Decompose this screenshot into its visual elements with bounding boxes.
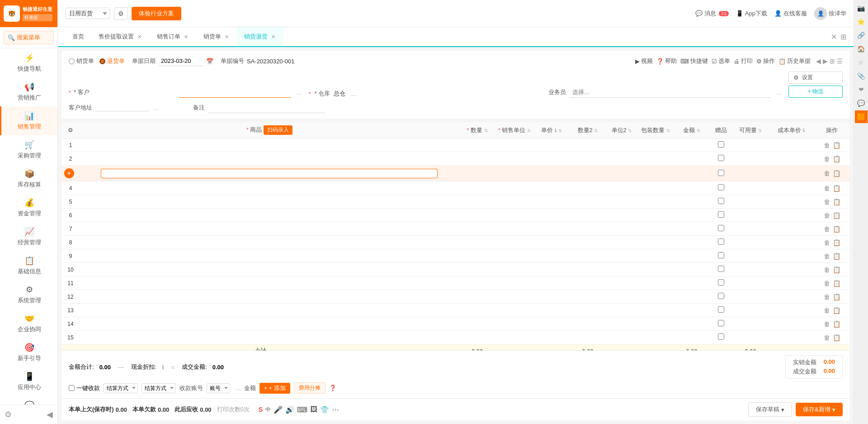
copy-icon[interactable]: 📋: [833, 198, 840, 205]
gift-checkbox[interactable]: [718, 266, 724, 272]
gift-checkbox[interactable]: [718, 225, 724, 231]
gift-checkbox[interactable]: [718, 252, 724, 258]
gift-checkbox[interactable]: [718, 293, 724, 299]
account-dots[interactable]: ...: [236, 385, 241, 391]
copy-icon[interactable]: 📋: [833, 252, 840, 260]
sidebar-item-sales[interactable]: 📊 销售管理: [0, 106, 57, 135]
save-new-button[interactable]: 保存&新增 ▾: [796, 403, 843, 416]
input-icon-key[interactable]: ⌨: [297, 405, 307, 414]
add-row-unit[interactable]: [495, 166, 533, 181]
gift-checkbox[interactable]: [718, 306, 724, 313]
copy-icon[interactable]: 📋: [833, 225, 840, 233]
row-qty2[interactable]: [570, 138, 606, 152]
right-panel-star[interactable]: ⭐: [855, 15, 868, 28]
prev-record-icon[interactable]: ◀: [816, 57, 821, 65]
copy-icon[interactable]: 📋: [833, 170, 840, 177]
tab-maximize-button[interactable]: ✕: [831, 33, 837, 41]
sidebar-item-wechat[interactable]: 💬 企业微信: [0, 396, 57, 405]
unit-sort-icon[interactable]: ⇅: [527, 128, 531, 133]
print-button[interactable]: 🖨 打印: [734, 57, 753, 65]
gift-checkbox[interactable]: [718, 211, 724, 218]
address-field[interactable]: [95, 104, 149, 111]
tab-close-sales-bill[interactable]: ✕: [224, 34, 230, 40]
sidebar-item-collab[interactable]: 🤝 企业协同: [0, 309, 57, 338]
copy-icon[interactable]: 📋: [833, 293, 840, 300]
message-button[interactable]: 💬 消息 70: [695, 10, 729, 18]
right-panel-orange[interactable]: 🟧: [855, 110, 868, 123]
delete-icon[interactable]: 🗑: [824, 266, 830, 273]
tab-sales-return[interactable]: 销货退货 ✕: [237, 27, 283, 47]
gift-checkbox[interactable]: [718, 170, 724, 176]
row-unit[interactable]: [495, 138, 533, 152]
qty2-sort-icon[interactable]: ⇅: [594, 128, 598, 133]
row-cost[interactable]: [769, 152, 814, 166]
add-row-goods[interactable]: [80, 166, 459, 181]
row-pack[interactable]: [637, 152, 674, 166]
row-avail[interactable]: [732, 152, 769, 166]
salesperson-select-dots[interactable]: ...: [776, 89, 781, 96]
category-select[interactable]: 日用百货: [65, 8, 110, 19]
right-panel-chat[interactable]: 💬: [855, 97, 868, 110]
sidebar-item-apps[interactable]: 📱 应用中心: [0, 367, 57, 396]
one-click-payment-checkbox[interactable]: 一键收款: [69, 384, 100, 392]
shortcut-button[interactable]: ⌨ 快捷键: [680, 57, 708, 65]
experience-button[interactable]: 体验行业方案: [132, 7, 181, 20]
gift-checkbox[interactable]: [718, 320, 724, 326]
add-row-pack[interactable]: [637, 166, 674, 181]
right-panel-fav[interactable]: ☆: [855, 56, 868, 69]
customer-input[interactable]: [179, 87, 291, 98]
copy-icon[interactable]: 📋: [833, 334, 840, 341]
address-dots[interactable]: ...: [154, 105, 159, 111]
gift-checkbox[interactable]: [718, 333, 724, 340]
save-draft-button[interactable]: 保存草稿 ▾: [748, 402, 792, 417]
add-row-cost[interactable]: [769, 166, 814, 181]
row-goods[interactable]: [80, 152, 459, 166]
delete-icon[interactable]: 🗑: [824, 252, 830, 260]
list-view-icon[interactable]: ☰: [837, 57, 843, 65]
sidebar-item-inventory[interactable]: 📦 库存核算: [0, 164, 57, 193]
right-panel-heart[interactable]: ❤: [855, 83, 868, 96]
tab-sales-order[interactable]: 销售订单 ✕: [150, 27, 196, 47]
copy-icon[interactable]: 📋: [833, 155, 840, 162]
row-pack[interactable]: [637, 138, 674, 152]
delete-icon[interactable]: 🗑: [824, 198, 830, 205]
add-row-amount[interactable]: [674, 166, 710, 181]
row-qty2[interactable]: [570, 152, 606, 166]
input-icon-more[interactable]: ⋯: [332, 405, 339, 414]
amount-sort-icon[interactable]: ⇅: [697, 128, 700, 133]
tab-close-price-extract[interactable]: ✕: [137, 34, 142, 40]
price-info-icon[interactable]: ℹ: [555, 128, 557, 133]
add-row-avail[interactable]: [732, 166, 769, 181]
customer-select-dots[interactable]: ...: [297, 89, 302, 96]
one-click-payment-input[interactable]: [69, 385, 75, 391]
tab-close-sales-order[interactable]: ✕: [183, 34, 189, 40]
scan-button[interactable]: 扫码录入: [264, 125, 292, 135]
sidebar-item-marketing[interactable]: 📢 营销推广: [0, 77, 57, 106]
delete-icon[interactable]: 🗑: [824, 170, 830, 177]
app-download-button[interactable]: 📱 App下载: [736, 10, 767, 18]
copy-icon[interactable]: 📋: [833, 266, 840, 273]
add-row-unit2[interactable]: [606, 166, 637, 181]
video-button[interactable]: ▶ 视频: [635, 57, 653, 65]
row-qty[interactable]: [459, 152, 495, 166]
row-cost[interactable]: [769, 138, 814, 152]
user-profile[interactable]: 👤 徐泽华: [814, 7, 846, 20]
sidebar-item-operations[interactable]: 📈 经营管理: [0, 222, 57, 251]
settings-button[interactable]: ⚙设置: [788, 71, 843, 84]
sidebar-item-purchase[interactable]: 🛒 采购管理: [0, 135, 57, 164]
copy-icon[interactable]: 📋: [833, 212, 840, 219]
row-goods[interactable]: [80, 138, 459, 152]
tab-restore-button[interactable]: ⊞: [840, 33, 846, 41]
right-panel-camera[interactable]: 📷: [855, 2, 868, 14]
row-unit2[interactable]: [606, 152, 637, 166]
row-unit[interactable]: [495, 152, 533, 166]
logistics-button[interactable]: + 物流: [788, 86, 843, 98]
col-header-settings[interactable]: ⚙: [61, 122, 80, 138]
copy-icon[interactable]: 📋: [833, 185, 840, 192]
add-button[interactable]: + + 添加: [259, 383, 290, 394]
avail-sort-icon[interactable]: ⇅: [758, 128, 762, 133]
cost-info-icon[interactable]: ℹ: [803, 128, 805, 133]
add-row-qty[interactable]: [459, 166, 495, 181]
history-button[interactable]: 📋 历史单据: [778, 57, 811, 65]
row-gift[interactable]: [710, 138, 732, 152]
